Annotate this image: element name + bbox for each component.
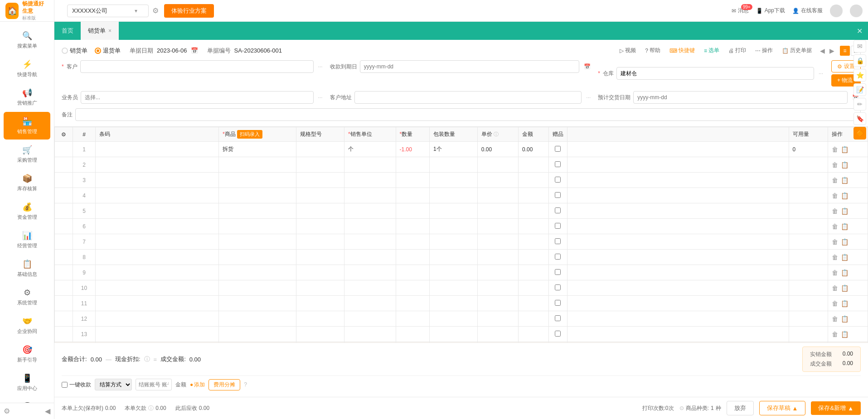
td-spec-6[interactable] <box>296 234 344 250</box>
td-spec-2[interactable] <box>296 173 344 188</box>
sidebar-item-sales[interactable]: 🏪 销售管理 <box>4 112 50 140</box>
message-button[interactable]: ✉ 消息 99+ <box>732 7 749 14</box>
td-price-6[interactable] <box>477 234 518 250</box>
td-amount-2[interactable] <box>519 173 549 188</box>
add-payment-btn[interactable]: ● 添加 <box>190 381 205 389</box>
copy-row-btn-8[interactable]: 📋 <box>841 269 849 276</box>
settle-method-select[interactable]: 结算方式 <box>95 379 132 390</box>
td-barcode-5[interactable] <box>96 219 219 234</box>
td-price-11[interactable] <box>477 311 518 327</box>
td-spec-3[interactable] <box>296 188 344 203</box>
td-qty-5[interactable] <box>396 219 429 234</box>
td-gift-5[interactable] <box>548 219 567 234</box>
sidebar-item-system[interactable]: ⚙ 系统管理 <box>4 283 50 311</box>
td-pkg-qty-7[interactable] <box>429 250 477 265</box>
td-pkg-qty-10[interactable] <box>429 296 477 311</box>
td-product-5[interactable] <box>219 219 296 234</box>
sidebar-item-wechat[interactable]: 💬 企业微信 <box>4 397 50 403</box>
copy-row-btn-0[interactable]: 📋 <box>841 146 849 153</box>
td-action-8[interactable]: 🗑 📋 <box>828 265 868 280</box>
video-btn[interactable]: ▷ 视频 <box>617 45 639 56</box>
td-price-5[interactable] <box>477 219 518 234</box>
filter-btn[interactable]: ≡ 选单 <box>701 45 722 56</box>
td-pkg-qty-8[interactable] <box>429 265 477 280</box>
td-action-0[interactable]: 🗑 📋 <box>828 142 868 157</box>
delete-row-btn-0[interactable]: 🗑 <box>832 146 838 153</box>
td-price-9[interactable] <box>477 280 518 296</box>
td-qty-8[interactable] <box>396 265 429 280</box>
td-pkg-qty-5[interactable] <box>429 219 477 234</box>
td-price-8[interactable] <box>477 265 518 280</box>
delete-row-btn-2[interactable]: 🗑 <box>832 177 838 184</box>
td-spec-5[interactable] <box>296 219 344 234</box>
td-barcode-6[interactable] <box>96 234 219 250</box>
td-price-10[interactable] <box>477 296 518 311</box>
expense-btn[interactable]: 费用分摊 <box>209 379 240 390</box>
copy-row-btn-7[interactable]: 📋 <box>841 254 849 261</box>
sidebar-item-purchase[interactable]: 🛒 采购管理 <box>4 140 50 168</box>
history-btn[interactable]: 📋 历史单据 <box>779 45 815 56</box>
td-unit-9[interactable] <box>344 280 396 296</box>
td-product-11[interactable] <box>219 311 296 327</box>
copy-row-btn-4[interactable]: 📋 <box>841 207 849 215</box>
delete-row-btn-9[interactable]: 🗑 <box>832 284 838 292</box>
td-barcode-1[interactable] <box>96 157 219 173</box>
settings-gear-icon[interactable]: ⚙ <box>152 6 159 15</box>
td-barcode-0[interactable] <box>96 142 219 157</box>
td-price-7[interactable] <box>477 250 518 265</box>
td-gift-6[interactable] <box>548 234 567 250</box>
delete-row-btn-1[interactable]: 🗑 <box>832 161 838 169</box>
td-barcode-10[interactable] <box>96 296 219 311</box>
td-pkg-qty-1[interactable] <box>429 157 477 173</box>
td-pkg-qty-3[interactable] <box>429 188 477 203</box>
list-view-btn[interactable]: ≡ <box>840 46 850 56</box>
copy-row-btn-9[interactable]: 📋 <box>841 284 849 292</box>
td-product-1[interactable] <box>219 157 296 173</box>
td-gift-10[interactable] <box>548 296 567 311</box>
sidebar-item-basic[interactable]: 📋 基础信息 <box>4 255 50 282</box>
td-gift-3[interactable] <box>548 188 567 203</box>
td-pkg-qty-2[interactable] <box>429 173 477 188</box>
copy-row-btn-12[interactable]: 📋 <box>841 331 849 338</box>
td-unit-5[interactable] <box>344 219 396 234</box>
copy-row-btn-1[interactable]: 📋 <box>841 161 849 169</box>
td-product-10[interactable] <box>219 296 296 311</box>
td-qty-4[interactable] <box>396 203 429 219</box>
td-unit-10[interactable] <box>344 296 396 311</box>
sidebar-item-enterprise[interactable]: 🤝 企业协同 <box>4 312 50 339</box>
td-barcode-3[interactable] <box>96 188 219 203</box>
td-qty-9[interactable] <box>396 280 429 296</box>
td-spec-7[interactable] <box>296 250 344 265</box>
company-selector[interactable]: XXXXXX公司 ▾ <box>67 5 149 17</box>
print-btn[interactable]: 🖨 打印 <box>726 45 749 56</box>
delete-row-btn-12[interactable]: 🗑 <box>832 331 838 338</box>
td-amount-4[interactable] <box>519 203 549 219</box>
td-product-3[interactable] <box>219 188 296 203</box>
sidebar-item-guide[interactable]: 🎯 新手引导 <box>4 340 50 368</box>
td-price-2[interactable] <box>477 173 518 188</box>
user-avatar[interactable] <box>830 5 843 17</box>
copy-row-btn-2[interactable]: 📋 <box>841 177 849 184</box>
td-action-9[interactable]: 🗑 📋 <box>828 280 868 296</box>
td-unit-2[interactable] <box>344 173 396 188</box>
td-gift-9[interactable] <box>548 280 567 296</box>
td-price-4[interactable] <box>477 203 518 219</box>
th-gear[interactable]: ⚙ <box>55 127 73 142</box>
rs-orange-icon[interactable]: 🔶 <box>853 127 866 140</box>
td-qty-10[interactable] <box>396 296 429 311</box>
td-pkg-qty-12[interactable] <box>429 327 477 342</box>
td-qty-2[interactable] <box>396 173 429 188</box>
td-spec-1[interactable] <box>296 157 344 173</box>
help-btn[interactable]: ? 帮助 <box>642 45 663 56</box>
delete-row-btn-5[interactable]: 🗑 <box>832 223 838 230</box>
td-barcode-2[interactable] <box>96 173 219 188</box>
prev-record-btn[interactable]: ◀ <box>818 46 827 55</box>
rs-star-icon[interactable]: ⭐ <box>853 69 866 82</box>
copy-row-btn-10[interactable]: 📋 <box>841 300 849 307</box>
one-key-checkbox[interactable] <box>62 382 68 388</box>
calendar-icon[interactable]: 📅 <box>191 47 198 54</box>
td-gift-11[interactable] <box>548 311 567 327</box>
td-amount-6[interactable] <box>519 234 549 250</box>
td-spec-8[interactable] <box>296 265 344 280</box>
delete-row-btn-3[interactable]: 🗑 <box>832 192 838 199</box>
